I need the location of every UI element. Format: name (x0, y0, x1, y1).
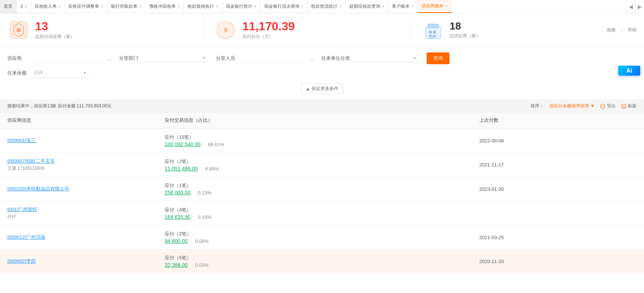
stat-label-suppliers-payable: 总应付供应商（家） (35, 34, 75, 40)
person-filter-input[interactable] (239, 54, 307, 63)
person-filter-ellipsis[interactable]: ... (310, 55, 314, 61)
nav-tab-bank-deposit[interactable]: 银行存取款单 × (107, 0, 146, 13)
transaction-info-3: 应付（1笔） 258,000.00 0.23% (165, 182, 479, 196)
nav-tab-overdue-ar-close[interactable]: × (382, 4, 384, 8)
filter-supplier: 供应商 ... (7, 54, 112, 63)
svg-rect-7 (428, 24, 438, 28)
supplier-link-6[interactable]: [000002]李四 (7, 258, 165, 265)
table-row: [000007]恒旺二手叉车 王通 17106110000 应付（2笔） 11,… (0, 153, 644, 177)
trans-label-1: 应付（15笔） (165, 134, 479, 141)
help-link[interactable]: 帮助 (628, 27, 637, 33)
sort-select[interactable]: 按应付余额倒序排序 ▼ (549, 103, 595, 109)
stat-divider-2 (410, 19, 411, 41)
nav-next-arrow[interactable]: ▶ (635, 0, 644, 13)
nav-tab-customer-ledger[interactable]: 客户账本 × (388, 0, 418, 13)
nav-tab-cash-bank-stat-label: 现金银行统计 (226, 3, 252, 10)
supplier-link-2[interactable]: [000007]恒旺二手叉车 (7, 158, 165, 165)
sort-label: 排序： (531, 103, 544, 109)
stat-icon-3 (422, 19, 444, 41)
trans-amount-5[interactable]: 94,600.00 (165, 238, 188, 244)
last-payment-5: 2021-03-25 (479, 235, 637, 240)
supplier-info-5: [000012]广州贝瑞 (7, 234, 165, 241)
balance-filter-select[interactable]: 选择... ▼ (31, 68, 90, 78)
stat-card-total-suppliers: 18 总供应商（家） (422, 19, 607, 41)
supplier-link-5[interactable]: [000012]广州贝瑞 (7, 234, 165, 241)
result-bar: 搜索结果中，供应商13家 应付金额 111,703,854.00元 排序： 按应… (0, 100, 644, 113)
trans-percent-2: 9.89% (205, 166, 219, 172)
nav-tab-supplier-ledger[interactable]: 供应商账本 × (418, 0, 452, 13)
refresh-button[interactable]: ↻ 刷新 (621, 103, 637, 109)
nav-tab-payment-stat[interactable]: 收款情况统计 × (307, 0, 346, 13)
table-header: 供应商信息 应付交易信息（占比） 上次付数 (0, 113, 644, 129)
supplier-info-6: [000002]李四 (7, 258, 165, 265)
nav-tab-payment-verify-close[interactable]: × (216, 4, 218, 8)
nav-tab-supplier-ledger-close[interactable]: × (445, 4, 448, 8)
result-text: 搜索结果中，供应商13家 应付金额 111,703,854.00元 (7, 103, 112, 109)
nav-tab-3-close[interactable]: × (25, 4, 27, 8)
collapse-button[interactable]: ▲ 收起更多条件 (301, 83, 343, 94)
supplier-info-3: [000100]本特勤油品有限公司 (7, 186, 165, 192)
stat-icon-1: ¥ (7, 19, 29, 41)
nav-tab-home[interactable]: 首页 (0, 0, 17, 13)
nav-tab-payment-verify-label: 收款核销执行 (188, 3, 214, 10)
supplier-info-2: [000007]恒旺二手叉车 王通 17106110000 (7, 158, 165, 172)
supplier-link-1[interactable]: [000001]张三 (7, 137, 165, 144)
nav-tab-payment-stat-close[interactable]: × (339, 4, 342, 8)
trans-amount-4[interactable]: 164,635.90 (165, 214, 190, 220)
video-link[interactable]: 视频 (607, 27, 616, 33)
dept-chevron-icon: ▼ (202, 56, 206, 60)
nav-tab-customer-ledger-close[interactable]: × (412, 4, 414, 8)
supplier-filter-ellipsis[interactable]: ... (107, 55, 112, 61)
category-filter-select[interactable]: ▼ (353, 55, 419, 62)
nav-tab-cash-bank-stat-close[interactable]: × (254, 4, 256, 8)
stat-divider-1 (203, 19, 204, 41)
category-filter-label: 往来单位分类 (321, 55, 350, 62)
trans-label-5: 应付（2笔） (165, 231, 479, 237)
trans-amount-1[interactable]: 100,092,540.00 (165, 141, 200, 147)
query-button[interactable]: 查询 (427, 52, 449, 64)
table-area: 供应商信息 应付交易信息（占比） 上次付数 [000001]张三 应付（15笔）… (0, 113, 644, 293)
nav-tab-cash-bank-stat[interactable]: 现金银行统计 × (222, 0, 260, 13)
nav-tab-prepay-ar-label: 预收冲应收单 (149, 3, 176, 10)
collapse-row: ▲ 收起更多条件 (7, 82, 637, 96)
export-icon: ↓ (600, 104, 605, 109)
supplier-link-3[interactable]: [000100]本特勤油品有限公司 (7, 186, 165, 192)
table-row: [000001]张三 应付（15笔） 100,092,540.00 89.61%… (0, 129, 644, 153)
col-header-supplier: 供应商信息 (7, 117, 165, 124)
supplier-link-4[interactable]: [001]广州荣轩 (7, 206, 165, 213)
nav-tab-other-income[interactable]: 其他收入单 × (31, 0, 65, 13)
nav-tab-ar-ap-adjust[interactable]: 应收应付调整单 × (64, 0, 107, 13)
trans-percent-6: 0.03% (195, 262, 209, 268)
trans-amount-6[interactable]: 32,366.00 (165, 262, 188, 268)
nav-tab-prepay-ar-close[interactable]: × (178, 4, 180, 8)
nav-tab-3[interactable]: 3 × (17, 0, 31, 13)
nav-tab-cash-bank-flow[interactable]: 现金银行流水查询 × (260, 0, 308, 13)
trans-percent-3: 0.23% (198, 190, 211, 196)
filter-person: 分管人员 ... (216, 54, 314, 63)
nav-tab-overdue-ar[interactable]: 超期应收款查询 × (346, 0, 388, 13)
trans-amount-3[interactable]: 258,000.00 (165, 190, 190, 196)
table-row: [001]广州荣轩 仔仔 应付（4笔） 164,635.90 0.15% (0, 201, 644, 225)
nav-tab-payment-verify[interactable]: 收款核销执行 × (184, 0, 222, 13)
trans-amount-2[interactable]: 11,051,486.00 (165, 166, 198, 172)
nav-prev-arrow[interactable]: ◀ (626, 0, 635, 13)
nav-tab-other-income-close[interactable]: × (59, 4, 61, 8)
nav-tab-bank-deposit-close[interactable]: × (139, 4, 141, 8)
export-button[interactable]: ↓ 导出 (600, 103, 616, 109)
last-payment-3: 2023-01-30 (479, 186, 637, 192)
nav-tab-cash-bank-flow-close[interactable]: × (301, 4, 304, 8)
nav-tab-prepay-ar[interactable]: 预收冲应收单 × (146, 0, 184, 13)
supplier-filter-input[interactable] (31, 54, 104, 63)
transaction-info-4: 应付（4笔） 164,635.90 0.15% (165, 207, 479, 220)
stat-icon-2: ¥ (215, 19, 237, 41)
transaction-info-2: 应付（2笔） 11,051,486.00 9.89% (165, 158, 479, 172)
supplier-sub-2: 王通 17106110000 (7, 165, 165, 172)
stat-label-payable-total: 应付合计（万） (242, 34, 295, 40)
nav-tab-ar-ap-adjust-close[interactable]: × (101, 4, 103, 8)
trans-row-4: 164,635.90 0.15% (165, 213, 479, 220)
ai-badge[interactable]: Ai (618, 66, 640, 76)
balance-filter-label: 往来余额 (7, 70, 28, 76)
dept-filter-select[interactable]: ▼ (142, 55, 209, 62)
header-right-actions: 视频 | 帮助 (607, 27, 637, 33)
trans-row-2: 11,051,486.00 9.89% (165, 165, 479, 172)
